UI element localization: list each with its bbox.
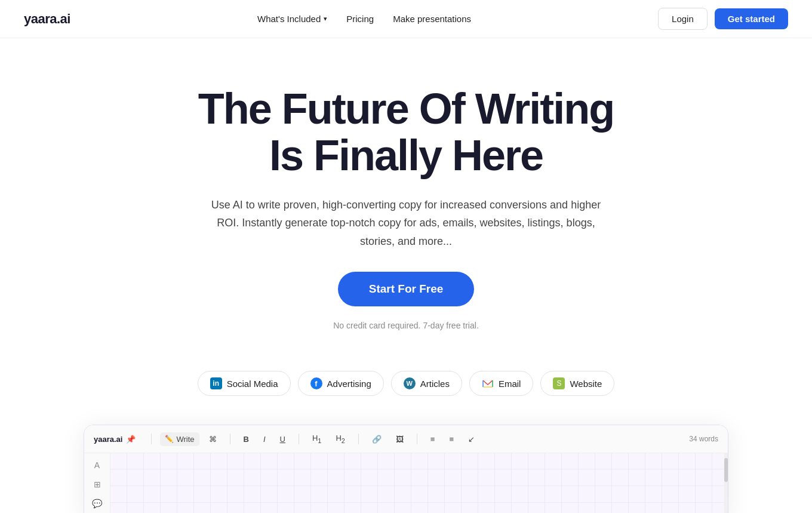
app-toolbar: yaara.ai 📌 ✏️ Write ⌘ B I U H1 H2 🔗 🖼 ≡ … [84, 425, 728, 453]
toolbar-write-btn[interactable]: ✏️ Write [160, 432, 199, 446]
toolbar-separator-2 [230, 434, 230, 444]
toolbar-cmd-btn[interactable]: ⌘ [204, 432, 222, 446]
app-logo-text: yaara.ai [94, 435, 122, 444]
wordpress-icon: W [404, 377, 416, 389]
toolbar-list-unordered-btn[interactable]: ≡ [426, 432, 440, 446]
nav-link-whats-included[interactable]: What's Included ▾ [257, 14, 327, 24]
toolbar-italic-btn[interactable]: I [259, 432, 270, 446]
tag-articles[interactable]: W Articles [391, 371, 462, 396]
nav-links: What's Included ▾ Pricing Make presentat… [257, 14, 471, 24]
app-sidebar: A ⊞ 💬 [84, 453, 110, 513]
hero-note: No credit card required. 7-day free tria… [161, 321, 651, 330]
app-preview-wrapper: yaara.ai 📌 ✏️ Write ⌘ B I U H1 H2 🔗 🖼 ≡ … [48, 413, 764, 513]
sidebar-chat-icon[interactable]: 💬 [92, 499, 102, 508]
toolbar-h1-btn[interactable]: H1 [307, 431, 326, 447]
toolbar-image-btn[interactable]: 🖼 [391, 432, 408, 446]
toolbar-list-ordered-btn[interactable]: ≡ [444, 432, 459, 446]
start-for-free-button[interactable]: Start For Free [338, 272, 475, 306]
toolbar-h2-btn[interactable]: H2 [331, 431, 349, 447]
toolbar-format-clear-btn[interactable]: ↙ [463, 432, 479, 446]
app-content-area [110, 453, 724, 513]
toolbar-link-btn[interactable]: 🔗 [367, 432, 386, 446]
toolbar-bold-btn[interactable]: B [239, 432, 254, 446]
nav-link-pricing[interactable]: Pricing [346, 14, 374, 24]
hero-subtitle: Use AI to write proven, high-converting … [203, 196, 609, 251]
toolbar-separator-5 [417, 434, 417, 444]
chevron-down-icon: ▾ [324, 15, 327, 23]
toolbar-underline-btn[interactable]: U [275, 432, 290, 446]
category-tags: in Social Media f Advertising W Articles… [0, 354, 812, 413]
nav-link-presentations[interactable]: Make presentations [393, 14, 471, 24]
facebook-icon: f [310, 377, 322, 389]
app-scrollbar[interactable] [724, 453, 728, 513]
toolbar-separator [151, 434, 152, 444]
pin-icon: 📌 [126, 435, 136, 444]
toolbar-separator-3 [299, 434, 299, 444]
sidebar-text-icon[interactable]: A [94, 460, 100, 470]
pencil-icon: ✏️ [165, 435, 174, 443]
app-toolbar-logo: yaara.ai 📌 [94, 435, 136, 444]
linkedin-icon: in [210, 377, 222, 389]
shopify-icon: S [553, 377, 565, 389]
tag-email[interactable]: Email [469, 371, 534, 396]
logo: yaara.ai [24, 11, 70, 27]
gmail-icon [482, 377, 494, 389]
app-preview: yaara.ai 📌 ✏️ Write ⌘ B I U H1 H2 🔗 🖼 ≡ … [84, 425, 728, 513]
toolbar-separator-4 [358, 434, 359, 444]
tag-website[interactable]: S Website [540, 371, 614, 396]
hero-title: The Future Of Writing Is Finally Here [161, 86, 651, 179]
tag-advertising[interactable]: f Advertising [298, 371, 384, 396]
login-button[interactable]: Login [658, 8, 708, 30]
tag-social-media[interactable]: in Social Media [198, 371, 291, 396]
hero-section: The Future Of Writing Is Finally Here Us… [137, 38, 675, 354]
navbar: yaara.ai What's Included ▾ Pricing Make … [0, 0, 812, 38]
scrollbar-thumb [724, 458, 728, 482]
nav-actions: Login Get started [658, 8, 788, 30]
word-count: 34 words [689, 435, 718, 443]
sidebar-grid-icon[interactable]: ⊞ [94, 480, 101, 489]
get-started-button[interactable]: Get started [715, 8, 788, 29]
app-body: A ⊞ 💬 [84, 453, 728, 513]
